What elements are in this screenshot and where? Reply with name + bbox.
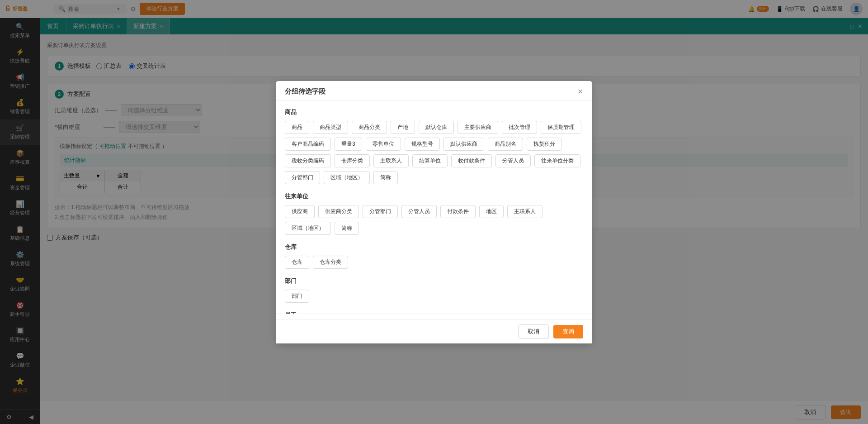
field-chip[interactable]: 税收分类编码 [285,154,331,167]
field-chip[interactable]: 简称 [335,222,359,235]
field-chip[interactable]: 重量3 [335,138,362,151]
field-chip[interactable]: 默认供应商 [443,138,484,151]
field-chip[interactable]: 付款条件 [440,205,476,218]
field-chip[interactable]: 仓库 [285,256,309,269]
field-chip[interactable]: 商品别名 [488,138,523,151]
modal-footer: 取消 查询 [276,319,592,343]
field-chip[interactable]: 零售单位 [366,138,401,151]
field-chip[interactable]: 主联系人 [507,205,542,218]
field-chip[interactable]: 仓库分类 [335,154,370,167]
section-partner-title: 往来单位 [285,192,583,200]
field-chip[interactable]: 默认仓库 [419,121,454,134]
modal-header: 分组待选字段 ✕ [276,81,592,101]
field-chip[interactable]: 主联系人 [373,154,409,167]
field-chip[interactable]: 分管人员 [495,154,531,167]
section-goods-title: 商品 [285,108,583,116]
section-department: 部门 部门 [285,277,583,303]
modal-confirm-button[interactable]: 查询 [553,325,583,338]
section-warehouse: 仓库 仓库 仓库分类 [285,243,583,269]
field-chip[interactable]: 主要供应商 [458,121,498,134]
modal-overlay: 分组待选字段 ✕ 商品 商品 商品类型 商品分类 产地 默认仓库 主要供应商 批… [0,0,868,424]
field-chip[interactable]: 简称 [373,171,398,184]
field-chip[interactable]: 分管部门 [363,205,398,218]
modal-close-icon[interactable]: ✕ [577,87,583,96]
modal-body[interactable]: 商品 商品 商品类型 商品分类 产地 默认仓库 主要供应商 批次管理 保质期管理… [276,101,592,314]
field-chip[interactable]: 收付款条件 [451,154,492,167]
field-chip[interactable]: 供应商 [285,205,315,218]
field-chip[interactable]: 批次管理 [502,121,537,134]
section-goods: 商品 商品 商品类型 商品分类 产地 默认仓库 主要供应商 批次管理 保质期管理… [285,108,583,184]
section-department-title: 部门 [285,277,583,285]
field-chip[interactable]: 地区 [479,205,504,218]
field-chip[interactable]: 仓库分类 [313,256,348,269]
section-partner: 往来单位 供应商 供应商分类 分管部门 分管人员 付款条件 地区 主联系人 区域… [285,192,583,235]
field-chip[interactable]: 结算单位 [412,154,448,167]
field-chip[interactable]: 保质期管理 [541,121,581,134]
field-chip[interactable]: 商品分类 [352,121,387,134]
modal: 分组待选字段 ✕ 商品 商品 商品类型 商品分类 产地 默认仓库 主要供应商 批… [276,81,592,343]
field-chip[interactable]: 区域（地区） [285,222,331,235]
field-chip[interactable]: 产地 [391,121,415,134]
field-chip[interactable]: 商品 [285,121,309,134]
field-chip[interactable]: 往来单位分类 [534,154,580,167]
field-chip[interactable]: 拣货积分 [527,138,562,151]
field-chip[interactable]: 区域（地区） [324,171,370,184]
modal-cancel-button[interactable]: 取消 [518,324,549,339]
field-chip[interactable]: 分管人员 [401,205,437,218]
field-chip[interactable]: 客户商品编码 [285,138,331,151]
field-chip[interactable]: 分管部门 [285,171,320,184]
field-chip[interactable]: 商品类型 [313,121,348,134]
field-chip[interactable]: 部门 [285,290,309,303]
section-warehouse-title: 仓库 [285,243,583,251]
field-chip[interactable]: 供应商分类 [318,205,359,218]
modal-title: 分组待选字段 [285,87,326,96]
field-chip[interactable]: 规格型号 [405,138,440,151]
